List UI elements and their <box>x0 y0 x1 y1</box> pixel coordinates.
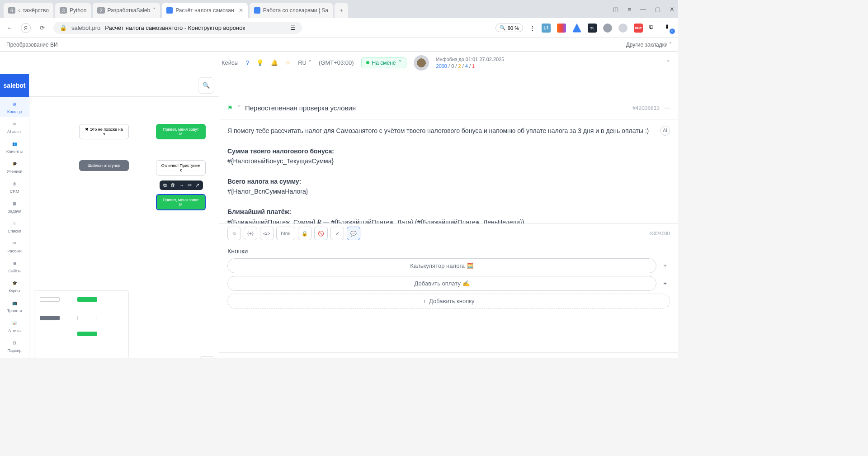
flow-node-selected[interactable]: Привет, меня зовут М <box>156 194 206 210</box>
bookmark-icon[interactable]: ☰ <box>290 24 296 31</box>
other-bookmarks[interactable]: Другие закладки ˅ <box>626 42 672 48</box>
ext-eq-icon[interactable] <box>557 24 566 33</box>
ai-assist-icon[interactable]: AI <box>660 126 670 136</box>
idea-icon[interactable]: 💡 <box>256 59 264 66</box>
sidebar-item-crm[interactable]: ◎CRM <box>0 176 29 196</box>
address-bar: ← Я ⟳ 🔒 salebot.pro Расчёт налога самоза… <box>0 18 678 38</box>
no-preview-icon[interactable]: 🚫 <box>314 227 328 240</box>
copy-icon[interactable]: ⧉ <box>163 182 167 188</box>
sidebar-item-lists[interactable]: ≡Списки <box>0 216 29 236</box>
minimap[interactable] <box>34 290 129 358</box>
url-input[interactable]: 🔒 salebot.pro Расчёт налога самозанятого… <box>53 22 302 34</box>
comment-icon[interactable]: 💬 <box>347 227 360 240</box>
block-id: #42008813 <box>632 105 660 111</box>
yandex-icon[interactable]: Я <box>21 23 31 33</box>
add-button-inline[interactable]: + <box>660 279 670 289</box>
tab-close-icon[interactable]: ✕ <box>239 7 243 14</box>
ext-circle-icon[interactable] <box>618 24 627 33</box>
browser-tab[interactable]: Работа со словарями | Sa <box>250 3 333 18</box>
variable-icon[interactable]: {+} <box>244 227 257 240</box>
ext-lt-icon[interactable]: LT <box>542 24 551 33</box>
sidebar-item-analytics[interactable]: 📊А-тика <box>0 316 29 336</box>
link-icon[interactable]: → <box>179 182 184 188</box>
ext-download-icon[interactable]: ⬇2 <box>665 24 674 33</box>
cut-icon[interactable]: ✂ <box>188 182 192 188</box>
flag-icon[interactable]: ⚑ <box>227 104 233 111</box>
status-select[interactable]: На смене ˅ <box>361 57 406 68</box>
ext-globe-icon[interactable] <box>603 24 612 33</box>
sidebar-item-mailings[interactable]: ✉Расс-ки <box>0 236 29 256</box>
more-icon[interactable]: ⋯ <box>664 104 670 111</box>
browser-tab[interactable]: 3Python <box>55 3 91 18</box>
sidebar: salebot ⊞Конст-р AIAI асс-т 👥Клиенты 🎓Уч… <box>0 74 29 358</box>
ext-abp-icon[interactable]: ABP <box>634 24 643 33</box>
emoji-icon[interactable]: ☺ <box>227 227 241 240</box>
menu-icon[interactable]: ≡ <box>627 6 631 13</box>
editor-text-intro: Я помогу тебе рассчитать налог для Самоз… <box>227 126 670 136</box>
editor-total-label: Всего налога на сумму: <box>227 178 301 185</box>
bookmark-item[interactable]: Преобразование ВИ <box>6 42 58 48</box>
node-toolbar[interactable]: ⧉🗑→✂↗ <box>160 180 203 190</box>
flow-canvas[interactable]: ✖ Это не похоже на ч Привет, меня зовут … <box>29 97 219 358</box>
new-tab-button[interactable]: + <box>335 3 348 18</box>
delete-icon[interactable]: 🗑 <box>170 182 175 188</box>
canvas-search-button[interactable]: 🔍 <box>198 77 214 94</box>
code-icon[interactable]: </> <box>260 227 274 240</box>
chevron-down-icon[interactable]: ˅ <box>237 104 241 111</box>
flow-node-proceed[interactable]: Отлично! Приступим к <box>156 160 206 176</box>
avatar[interactable] <box>414 55 429 71</box>
chevron-down-icon[interactable]: ˅ <box>667 59 670 66</box>
status-dot-icon <box>366 61 369 64</box>
browser-tab[interactable]: 2РазработкаSaleb˅ <box>93 3 160 18</box>
add-button-row[interactable]: + Добавить кнопку <box>227 294 670 309</box>
favicon-icon <box>166 7 173 14</box>
sidebar-item-clients[interactable]: 👥Клиенты <box>0 137 29 157</box>
ext-send-icon[interactable] <box>572 24 581 33</box>
sidebar-item-sites[interactable]: 🖥Сайты <box>0 256 29 276</box>
add-button-inline[interactable]: + <box>660 261 670 271</box>
sidebar-item-parser[interactable]: ⊟Парсер <box>0 336 29 356</box>
streams-icon: 📺 <box>10 299 19 308</box>
check-icon[interactable]: ✓ <box>330 227 344 240</box>
sidebar-item-tasks[interactable]: ▦Задачи <box>0 196 29 216</box>
star-icon[interactable]: ☆ <box>285 59 291 66</box>
close-window-icon[interactable]: ✕ <box>670 6 675 13</box>
help-icon[interactable]: ? <box>246 59 249 66</box>
canvas-area[interactable]: 🔍 ✖ Это не похоже на ч Привет, меня зову… <box>29 74 219 358</box>
minimize-icon[interactable]: — <box>640 6 646 13</box>
kebab-icon[interactable]: ⋮ <box>529 24 535 31</box>
page-title: Расчёт налога самозанятого - Конструктор… <box>105 24 245 31</box>
sidebar-item-students[interactable]: 🎓Ученики <box>0 157 29 176</box>
sidebar-item-courses[interactable]: 🎓Курсы <box>0 276 29 296</box>
bot-button-1[interactable]: Калькулятор налога 🧮 <box>227 258 656 273</box>
sidebar-item-ai[interactable]: AIAI асс-т <box>0 117 29 137</box>
editor-next-var: #{БлижайшийПлатеж_Сумма} ₽ — #{Ближайший… <box>227 217 670 223</box>
add-block-button[interactable]: + <box>199 356 215 358</box>
url-domain: salebot.pro <box>71 24 100 31</box>
reader-icon[interactable]: ◫ <box>613 6 618 13</box>
html-toggle[interactable]: html <box>276 227 295 240</box>
flow-node-hello[interactable]: Привет, меня зовут М <box>156 124 206 139</box>
lang-select[interactable]: RU ˅ <box>298 59 311 66</box>
browser-tab[interactable]: 6‹тажёрство <box>4 3 53 18</box>
back-icon[interactable]: ← <box>5 23 14 33</box>
bot-button-2[interactable]: Добавить оплату ✍️ <box>227 276 656 291</box>
reload-icon[interactable]: ⟳ <box>37 23 47 33</box>
maximize-icon[interactable]: ▢ <box>655 6 660 13</box>
bell-icon[interactable]: 🔔 <box>271 59 278 66</box>
app-logo[interactable]: salebot <box>0 74 29 97</box>
subscription-expiry: Инфобиз до 01:01 27.02.2025 <box>436 56 505 62</box>
sidebar-item-constructor[interactable]: ⊞Конст-р <box>0 97 29 117</box>
zoom-indicator[interactable]: 🔍 90 % <box>495 24 523 32</box>
sidebar-item-streams[interactable]: 📺Транс-и <box>0 296 29 316</box>
lock-icon[interactable]: 🔒 <box>298 227 311 240</box>
flow-node-template[interactable]: Шаблон отступов <box>79 160 129 171</box>
message-editor[interactable]: AI Я помогу тебе рассчитать налог для Са… <box>219 119 678 223</box>
cases-link[interactable]: Кейсы <box>222 59 239 66</box>
analytics-icon: 📊 <box>10 318 19 328</box>
share-icon[interactable]: ↗ <box>195 182 199 188</box>
ext-puzzle-icon[interactable]: ⧉ <box>649 24 658 33</box>
flow-node-error[interactable]: ✖ Это не похоже на ч <box>79 124 129 139</box>
ext-calc-icon[interactable]: % <box>588 24 597 33</box>
browser-tab-active[interactable]: Расчёт налога самозан✕ <box>162 3 247 18</box>
